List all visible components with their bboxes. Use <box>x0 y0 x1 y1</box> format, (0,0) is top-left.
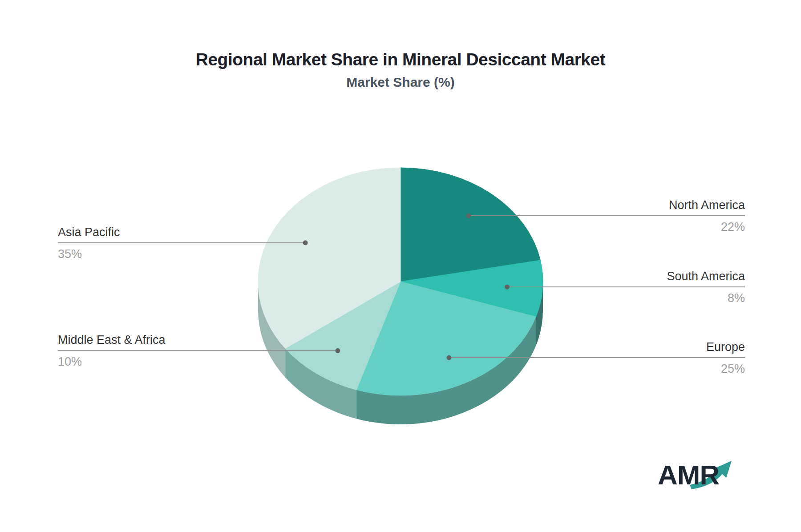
leader-dot-middle-east-africa <box>335 348 340 353</box>
leader-dot-south-america <box>505 285 510 290</box>
pie-slices <box>258 168 543 395</box>
page: { "chart_data": { "type": "pie", "title"… <box>0 0 801 532</box>
slice-value-north-america: 22% <box>721 220 745 234</box>
amr-logo: AMR <box>654 455 752 504</box>
slice-value-south-america: 8% <box>728 291 745 305</box>
leader-dot-north-america <box>466 214 471 218</box>
leader-dot-asia-pacific <box>303 240 308 245</box>
logo-text: AMR <box>658 459 719 491</box>
slice-value-europe: 25% <box>721 362 745 376</box>
pie-chart <box>0 0 801 532</box>
slice-label-north-america: North America <box>669 198 745 212</box>
leader-dot-europe <box>446 355 451 360</box>
slice-value-middle-east-africa: 10% <box>58 355 82 369</box>
slice-label-europe: Europe <box>706 340 745 354</box>
slice-value-asia-pacific: 35% <box>58 247 82 261</box>
slice-label-asia-pacific: Asia Pacific <box>58 226 120 239</box>
slice-label-south-america: South America <box>667 270 745 283</box>
slice-label-middle-east-africa: Middle East & Africa <box>58 333 166 347</box>
